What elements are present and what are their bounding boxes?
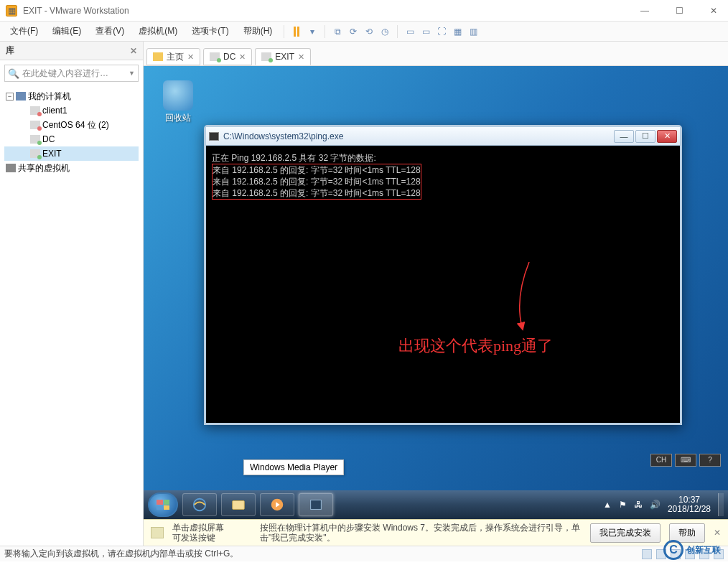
menu-vm[interactable]: 虚拟机(M): [133, 24, 183, 39]
computer-icon: [16, 92, 26, 101]
close-button[interactable]: ✕: [705, 6, 722, 16]
library-search[interactable]: 🔍 在此处键入内容进行… ▼: [4, 65, 139, 82]
system-tray: ▲ ⚑ 🖧 🔊 10:37 2018/12/28: [603, 493, 724, 516]
menu-help[interactable]: 帮助(H): [238, 24, 279, 39]
device-hdd-icon[interactable]: [642, 549, 652, 559]
pause-button[interactable]: [290, 25, 303, 38]
ime-help-icon[interactable]: ?: [699, 454, 721, 467]
snapshot-manager-icon[interactable]: ◷: [378, 25, 391, 38]
tray-clock[interactable]: 10:37 2018/12/28: [668, 495, 711, 514]
tab-dc[interactable]: DC✕: [203, 48, 252, 65]
cmd-close-button[interactable]: ✕: [657, 130, 677, 143]
tab-close-icon[interactable]: ✕: [187, 52, 194, 62]
tray-volume-icon[interactable]: 🔊: [650, 500, 661, 510]
tab-home[interactable]: 主页✕: [146, 48, 200, 65]
windows-taskbar: ▲ ⚑ 🖧 🔊 10:37 2018/12/28: [144, 490, 728, 519]
minimize-button[interactable]: —: [636, 6, 653, 16]
snapshot-icon[interactable]: ⧉: [331, 25, 344, 38]
view-thumb-icon[interactable]: ▭: [419, 25, 432, 38]
search-dropdown-icon[interactable]: ▼: [129, 70, 135, 77]
menu-edit[interactable]: 编辑(E): [47, 24, 87, 39]
vmware-menubar: 文件(F) 编辑(E) 查看(V) 虚拟机(M) 选项卡(T) 帮助(H) ▾ …: [0, 22, 728, 42]
tree-vm-exit[interactable]: EXIT: [4, 146, 139, 161]
svg-rect-1: [233, 501, 245, 510]
window-title: EXIT - VMware Workstation: [23, 6, 129, 16]
search-placeholder: 在此处键入内容进行…: [22, 67, 126, 80]
tray-action-icon[interactable]: ⚑: [619, 500, 627, 510]
taskbar-wmp[interactable]: [260, 493, 294, 516]
vm-tabs: 主页✕ DC✕ EXIT✕: [144, 42, 728, 66]
library-title: 库: [6, 45, 14, 57]
tab-exit[interactable]: EXIT✕: [255, 48, 311, 65]
cmd-output: 正在 Ping 192.168.2.5 具有 32 字节的数据: 来自 192.…: [206, 146, 680, 205]
taskbar-explorer[interactable]: [221, 493, 256, 516]
view-console-icon[interactable]: ▭: [403, 25, 416, 38]
svg-rect-3: [311, 500, 322, 510]
maximize-button[interactable]: ☐: [671, 6, 688, 16]
snapshot-take-icon[interactable]: ⟳: [347, 25, 360, 38]
vm-icon: [30, 135, 40, 144]
recycle-bin[interactable]: 回收站: [157, 80, 200, 124]
tree-vm-centos[interactable]: CentOS 64 位 (2): [4, 118, 139, 132]
vm-icon: [30, 121, 40, 129]
done-install-button[interactable]: 我已完成安装: [590, 523, 661, 543]
vm-icon: [30, 106, 40, 115]
cmd-icon: [209, 132, 219, 141]
tree-shared-vms[interactable]: 共享的虚拟机: [4, 161, 139, 175]
svg-point-0: [194, 499, 206, 511]
tree-my-computer[interactable]: −我的计算机: [4, 89, 139, 103]
ime-indicator[interactable]: CH: [650, 454, 672, 467]
fullscreen-icon[interactable]: ⛶: [435, 25, 448, 38]
cmd-window[interactable]: C:\Windows\system32\ping.exe — ☐ ✕ 正在 Pi…: [204, 125, 682, 425]
collapse-icon[interactable]: −: [6, 93, 14, 101]
install-hint-bar: 单击虚拟屏幕 可发送按键 按照在物理计算机中的步骤安装 Windows 7。安装…: [144, 519, 728, 546]
menu-file[interactable]: 文件(F): [4, 24, 44, 39]
start-button[interactable]: [148, 492, 178, 517]
library-icon[interactable]: ▥: [467, 25, 480, 38]
menu-view[interactable]: 查看(V): [90, 24, 130, 39]
tree-vm-dc[interactable]: DC: [4, 132, 139, 146]
recycle-bin-icon: [163, 80, 193, 111]
cmd-minimize-button[interactable]: —: [614, 130, 634, 143]
library-tree: −我的计算机 client1 CentOS 64 位 (2) DC EXIT 共…: [0, 86, 143, 178]
home-icon: [153, 52, 163, 61]
hint-text: 按照在物理计算机中的步骤安装 Windows 7。安装完成后，操作系统会进行引导…: [260, 523, 582, 543]
tree-vm-client1[interactable]: client1: [4, 103, 139, 118]
vm-icon: [30, 149, 40, 158]
vmware-statusbar: 要将输入定向到该虚拟机，请在虚拟机内部单击或按 Ctrl+G。: [0, 546, 728, 561]
shared-icon: [6, 164, 16, 172]
annotation-arrow: [508, 262, 536, 334]
taskbar-ie[interactable]: [182, 493, 217, 516]
unity-icon[interactable]: ▦: [451, 25, 464, 38]
watermark: C 创新互联: [663, 536, 725, 564]
cmd-maximize-button[interactable]: ☐: [635, 130, 655, 143]
search-icon: 🔍: [8, 68, 19, 79]
tray-network-icon[interactable]: 🖧: [634, 500, 643, 510]
status-text: 要将输入定向到该虚拟机，请在虚拟机内部单击或按 Ctrl+G。: [4, 548, 238, 560]
recycle-bin-label: 回收站: [157, 112, 200, 124]
hint-icon: [151, 527, 164, 538]
watermark-logo-icon: C: [663, 540, 683, 560]
annotation-text: 出现这个代表ping通了: [398, 335, 553, 357]
taskbar-tooltip: Windows Media Player: [243, 459, 344, 475]
vmware-app-icon: ▦: [6, 5, 17, 17]
taskbar-cmd[interactable]: [299, 493, 333, 516]
guest-desktop[interactable]: 回收站 C:\Windows\system32\ping.exe — ☐ ✕ 正…: [144, 66, 728, 546]
library-panel: 库 ✕ 🔍 在此处键入内容进行… ▼ −我的计算机 client1 CentOS…: [0, 42, 144, 546]
vm-icon: [210, 52, 220, 61]
tab-close-icon[interactable]: ✕: [298, 52, 304, 62]
show-desktop[interactable]: [718, 493, 724, 516]
snapshot-revert-icon[interactable]: ⟲: [363, 25, 375, 38]
vm-icon: [261, 52, 271, 61]
cmd-titlebar[interactable]: C:\Windows\system32\ping.exe — ☐ ✕: [206, 127, 680, 146]
tab-close-icon[interactable]: ✕: [239, 52, 246, 62]
library-close-icon[interactable]: ✕: [130, 46, 137, 56]
tray-flag-icon[interactable]: ▲: [603, 500, 612, 510]
ime-toolbar[interactable]: CH ⌨ ?: [650, 454, 721, 467]
vmware-titlebar: ▦ EXIT - VMware Workstation — ☐ ✕: [0, 0, 728, 22]
cmd-title-text: C:\Windows\system32\ping.exe: [223, 131, 343, 141]
menu-tabs[interactable]: 选项卡(T): [186, 24, 234, 39]
windows-logo-icon: [157, 500, 169, 510]
ime-options-icon[interactable]: ⌨: [675, 454, 696, 467]
toolbar-dropdown-icon[interactable]: ▾: [306, 25, 319, 38]
